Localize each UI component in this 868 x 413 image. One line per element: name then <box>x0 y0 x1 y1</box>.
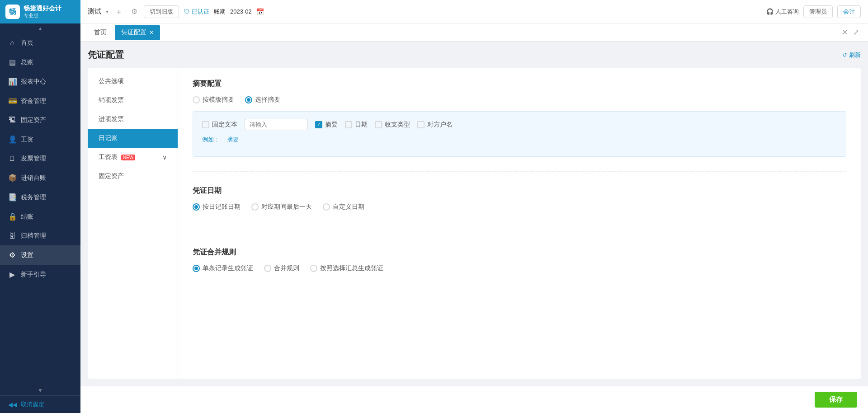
tab-voucher-config[interactable]: 凭证配置 ✕ <box>115 25 160 40</box>
save-button[interactable]: 保存 <box>815 392 857 408</box>
example-row: 例如： 摘要 <box>202 136 837 144</box>
main-area: 测试 ▾ ＋ ⚙ 切到旧版 🛡 已认证 账期 2023-02 📅 🎧 人工咨询 … <box>80 0 868 413</box>
page-header: 凭证配置 ↺ 刷新 <box>88 49 861 61</box>
settings-icon: ⚙ <box>8 251 16 259</box>
sidebar-item-invoice[interactable]: 🗒 发票管理 <box>0 149 80 168</box>
sidebar-item-salesledger[interactable]: 📦 进销台账 <box>0 168 80 188</box>
sidebar-scroll-up[interactable]: ▲ <box>0 23 80 33</box>
example-label: 例如： <box>202 136 220 144</box>
radio-custom-date[interactable]: 自定义日期 <box>323 203 364 211</box>
sidebar-item-ledger[interactable]: ▤ 总账 <box>0 52 80 72</box>
checkbox-date[interactable]: 日期 <box>345 121 368 129</box>
checkbox-counterpart-box <box>417 121 425 128</box>
topbar-gear-icon[interactable]: ⚙ <box>129 7 139 16</box>
sidebar: 畅 畅捷通好会计 专业版 ▲ ⌂ 首页 ▤ 总账 📊 报表中心 💳 资金管理 🏗… <box>0 0 80 413</box>
period-value: 2023-02 <box>230 8 252 15</box>
checkbox-summary[interactable]: ✓ 摘要 <box>315 121 338 129</box>
sidebar-item-archive[interactable]: 🗄 归档管理 <box>0 226 80 245</box>
page-body: 公共选项 销项发票 进项发票 日记账 工资表 NEW ∨ <box>88 68 861 379</box>
service-btn[interactable]: 🎧 人工咨询 <box>766 8 799 16</box>
nav-item-public[interactable]: 公共选项 <box>88 72 178 91</box>
nav-item-purchase-invoice[interactable]: 进项发票 <box>88 110 178 129</box>
tabbar-close-btn[interactable]: ✕ <box>840 26 849 38</box>
nav-item-payroll-table[interactable]: 工资表 NEW ∨ <box>88 148 178 167</box>
nav-payroll-label: 工资表 NEW <box>99 153 135 161</box>
chevron-down-icon: ∨ <box>162 154 167 161</box>
summary-title: 摘要配置 <box>193 79 846 89</box>
switch-old-btn[interactable]: 切到旧版 <box>144 5 179 18</box>
nav-item-sales-invoice[interactable]: 销项发票 <box>88 91 178 110</box>
sidebar-item-payroll[interactable]: 👤 工资 <box>0 130 80 149</box>
radio-select-circle <box>245 96 252 103</box>
pin-icon: ◀◀ <box>8 401 17 408</box>
user-btn[interactable]: 管理员 <box>803 5 833 18</box>
refresh-btn[interactable]: ↺ 刷新 <box>842 51 861 59</box>
example-value: 摘要 <box>227 136 239 144</box>
radio-last-day[interactable]: 对应期间最后一天 <box>251 203 312 211</box>
radio-journal-date-circle <box>193 203 200 211</box>
radio-journal-date[interactable]: 按日记账日期 <box>193 203 241 211</box>
home-icon: ⌂ <box>8 39 16 47</box>
shield-icon: 🛡 <box>184 8 190 15</box>
tab-home[interactable]: 首页 <box>88 25 113 40</box>
content-area: 凭证配置 ↺ 刷新 公共选项 销项发票 进项发票 日记账 <box>80 42 868 386</box>
nav-item-fixed-assets[interactable]: 固定资产 <box>88 167 178 186</box>
sidebar-item-assets[interactable]: 🏗 固定资产 <box>0 111 80 130</box>
sidebar-item-report[interactable]: 📊 报表中心 <box>0 72 80 91</box>
radio-custom-date-circle <box>323 203 330 211</box>
sidebar-item-home[interactable]: ⌂ 首页 <box>0 33 80 52</box>
checkbox-date-box <box>345 121 352 128</box>
radio-merge-rule-circle <box>264 265 271 272</box>
guide-icon: ▶ <box>8 270 16 279</box>
sidebar-item-settings[interactable]: ⚙ 设置 <box>0 245 80 265</box>
fixed-text-input[interactable] <box>245 119 308 130</box>
radio-template-summary[interactable]: 按模版摘要 <box>193 96 234 104</box>
radio-merge-rule[interactable]: 合并规则 <box>264 264 299 272</box>
role-btn[interactable]: 会计 <box>837 5 861 18</box>
summary-fields-row: 固定文本 ✓ 摘要 日期 <box>202 119 837 130</box>
sidebar-scroll-down[interactable]: ▼ <box>0 385 80 395</box>
checkbox-payment-type-box <box>375 121 382 128</box>
sidebar-item-closing[interactable]: 🔒 结账 <box>0 207 80 226</box>
add-company-icon[interactable]: ＋ <box>113 6 125 17</box>
radio-select-merge[interactable]: 按照选择汇总生成凭证 <box>310 264 383 272</box>
sidebar-pin-toggle[interactable]: ◀◀ 取消固定 <box>0 395 80 413</box>
company-name: 测试 <box>88 7 101 16</box>
tab-close-icon[interactable]: ✕ <box>149 29 154 36</box>
nav-item-journal[interactable]: 日记账 <box>88 129 178 148</box>
funds-icon: 💳 <box>8 97 16 105</box>
logo-text: 畅捷通好会计 专业版 <box>24 5 61 19</box>
sidebar-item-funds[interactable]: 💳 资金管理 <box>0 91 80 111</box>
invoice-icon: 🗒 <box>8 155 16 163</box>
salesledger-icon: 📦 <box>8 174 16 182</box>
refresh-icon: ↺ <box>842 52 847 58</box>
summary-radio-group: 按模版摘要 选择摘要 <box>193 96 846 104</box>
assets-icon: 🏗 <box>8 116 16 124</box>
checkbox-fixed-text-box <box>202 121 209 128</box>
company-chevron-icon[interactable]: ▾ <box>106 9 108 15</box>
checkbox-payment-type[interactable]: 收支类型 <box>375 121 410 129</box>
checkbox-fixed-text[interactable]: 固定文本 <box>202 121 237 129</box>
page-title: 凭证配置 <box>88 49 124 61</box>
tabbar: 首页 凭证配置 ✕ ✕ ⤢ <box>80 23 868 42</box>
sidebar-logo: 畅 畅捷通好会计 专业版 <box>0 0 80 23</box>
left-nav: 公共选项 销项发票 进项发票 日记账 工资表 NEW ∨ <box>88 68 178 379</box>
sidebar-item-guide[interactable]: ▶ 新手引导 <box>0 265 80 284</box>
radio-template-circle <box>193 96 200 103</box>
calendar-icon[interactable]: 📅 <box>256 8 264 15</box>
period-label: 账期 <box>214 8 226 16</box>
archive-icon: 🗄 <box>8 232 16 240</box>
radio-select-summary[interactable]: 选择摘要 <box>245 96 280 104</box>
topbar: 测试 ▾ ＋ ⚙ 切到旧版 🛡 已认证 账期 2023-02 📅 🎧 人工咨询 … <box>80 0 868 23</box>
section-merge: 凭证合并规则 单条记录生成凭证 合并规则 按照选择汇总生成凭证 <box>193 248 846 294</box>
new-badge: NEW <box>121 155 135 160</box>
date-radio-group: 按日记账日期 对应期间最后一天 自定义日期 <box>193 203 846 211</box>
checkbox-summary-box: ✓ <box>315 121 322 128</box>
radio-single-circle <box>193 265 200 272</box>
certified-status: 🛡 已认证 <box>184 8 209 16</box>
sidebar-item-tax[interactable]: 📑 税务管理 <box>0 188 80 207</box>
radio-single[interactable]: 单条记录生成凭证 <box>193 264 253 272</box>
ledger-icon: ▤ <box>8 58 16 66</box>
checkbox-counterpart[interactable]: 对方户名 <box>417 121 453 129</box>
tabbar-expand-btn[interactable]: ⤢ <box>851 26 861 38</box>
